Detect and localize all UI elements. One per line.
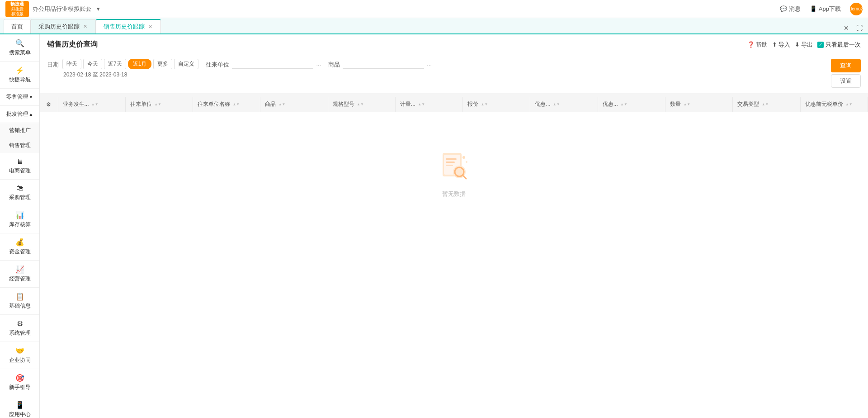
partner-dots[interactable]: ...: [316, 61, 321, 67]
ecommerce-icon: 🖥: [16, 157, 24, 166]
inventory-icon: 📊: [15, 211, 24, 219]
date-range-text: 2023-02-18 至 2023-03-18: [62, 71, 198, 79]
sidebar-label-sales-mgmt: 销售管理: [9, 142, 31, 148]
sidebar-label-wholesale: 批发管理: [6, 110, 28, 118]
goods-dots[interactable]: ...: [427, 61, 432, 67]
tabbar-actions: ✕ ⛶: [842, 23, 868, 33]
date-label: 日期: [47, 59, 59, 69]
sidebar-item-ecommerce[interactable]: 🖥 电商管理: [0, 153, 39, 180]
sidebar-item-basic-info[interactable]: 📋 基础信息: [0, 288, 39, 315]
tab-purchase-close[interactable]: ✕: [82, 23, 88, 30]
sidebar-item-new-user[interactable]: 🎯 新手引导: [0, 369, 39, 396]
page-title-row: 销售历史价查询 ❓ 帮助 ⬆ 导入 ⬇ 导出 ✓: [47, 40, 861, 54]
date-btn-more[interactable]: 更多: [153, 59, 172, 69]
empty-row: 暂无数据: [40, 112, 868, 235]
tab-purchase-label: 采购历史价跟踪: [38, 23, 80, 31]
svg-point-8: [462, 156, 465, 159]
message-button[interactable]: 💬 消息: [780, 5, 801, 13]
sidebar-item-quick-nav[interactable]: ⚡ 快捷导航: [0, 62, 39, 89]
sidebar-item-enterprise-coop[interactable]: 🤝 企业协同: [0, 342, 39, 369]
sidebar-item-inventory[interactable]: 📊 库存核算: [0, 206, 39, 233]
settings-button[interactable]: 设置: [831, 74, 861, 88]
help-icon: ❓: [747, 41, 755, 48]
date-btn-7days[interactable]: 近7天: [104, 59, 126, 69]
sidebar-label-quick-nav: 快捷导航: [9, 76, 31, 84]
sidebar-item-search[interactable]: 🔍 搜索菜单: [0, 34, 39, 62]
goods-input[interactable]: [343, 59, 424, 69]
app-download-button[interactable]: 📱 App下载: [810, 5, 841, 13]
col-price[interactable]: 报价 ▲▼: [463, 97, 530, 112]
filter-row: 日期 昨天 今天 近7天 近1月 更多 自定义 2023-02-18 至 202…: [40, 54, 868, 93]
only-last-checkbox-label[interactable]: ✓ 只看最后一次: [817, 41, 861, 49]
sidebar-item-operations[interactable]: 📈 经营管理: [0, 261, 39, 288]
date-btn-yesterday[interactable]: 昨天: [62, 59, 81, 69]
svg-rect-2: [446, 158, 457, 160]
sidebar-item-retail[interactable]: 零售管理 ▼: [0, 89, 39, 106]
col-settings[interactable]: ⚙: [40, 97, 58, 112]
tab-purchase-history[interactable]: 采购历史价跟踪 ✕: [31, 19, 96, 33]
col-unit[interactable]: 计量... ▲▼: [395, 97, 462, 112]
tab-home-label: 首页: [11, 23, 23, 31]
sidebar-item-system[interactable]: ⚙ 系统管理: [0, 315, 39, 342]
sort-price: ▲▼: [481, 102, 488, 106]
sort-trade-type: ▲▼: [762, 102, 769, 106]
sidebar-item-purchase[interactable]: 🛍 采购管理: [0, 180, 39, 206]
help-button[interactable]: ❓ 帮助: [747, 41, 768, 49]
col-discount1[interactable]: 优惠... ▲▼: [530, 97, 598, 112]
col-pretax-price[interactable]: 优惠前无税单价 ▲▼: [800, 97, 868, 112]
col-discount2[interactable]: 优惠... ▲▼: [598, 97, 665, 112]
date-btn-1month[interactable]: 近1月: [128, 59, 152, 69]
logo: 畅捷通 好生意 标准版: [5, 1, 29, 17]
maximize-button[interactable]: ⛶: [854, 23, 864, 33]
date-btn-today[interactable]: 今天: [83, 59, 102, 69]
svg-point-9: [466, 161, 467, 163]
sidebar-item-wholesale[interactable]: 批发管理 ▲: [0, 106, 39, 123]
date-buttons: 昨天 今天 近7天 近1月 更多 自定义: [62, 59, 198, 69]
app-title-dropdown[interactable]: ▾: [97, 5, 100, 12]
date-btn-custom[interactable]: 自定义: [174, 59, 198, 69]
sort-discount2: ▲▼: [620, 102, 627, 106]
only-last-checkbox[interactable]: ✓: [817, 42, 824, 48]
svg-rect-3: [446, 162, 455, 163]
user-profile[interactable]: demo2: [850, 3, 863, 15]
partner-input[interactable]: [232, 59, 313, 69]
export-button[interactable]: ⬇ 导出: [795, 41, 813, 49]
goods-filter-group: 商品 ...: [328, 59, 432, 69]
sidebar-item-finance[interactable]: 💰 资金管理: [0, 233, 39, 261]
date-filter-group: 日期 昨天 今天 近7天 近1月 更多 自定义 2023-02-18 至 202…: [47, 59, 198, 79]
system-icon: ⚙: [17, 319, 23, 328]
table-container: ⚙ 业务发生... ▲▼ 往来单位 ▲▼ 往来单位名称 ▲▼: [40, 97, 868, 418]
tab-sales-history[interactable]: 销售历史价跟踪 ✕: [96, 19, 161, 33]
col-partner-code[interactable]: 往来单位 ▲▼: [125, 97, 193, 112]
import-button[interactable]: ⬆ 导入: [772, 41, 790, 49]
sidebar-label-search: 搜索菜单: [9, 49, 31, 57]
close-tab-button[interactable]: ✕: [842, 23, 851, 33]
finance-icon: 💰: [15, 238, 24, 247]
sort-goods: ▲▼: [278, 102, 286, 106]
col-partner-name[interactable]: 往来单位名称 ▲▼: [193, 97, 260, 112]
coop-icon: 🤝: [15, 347, 24, 355]
col-goods[interactable]: 商品 ▲▼: [260, 97, 328, 112]
tab-home[interactable]: 首页: [4, 19, 31, 33]
col-biz-date[interactable]: 业务发生... ▲▼: [58, 97, 125, 112]
partner-filter-group: 往来单位 ...: [206, 59, 321, 69]
col-spec[interactable]: 规格型号 ▲▼: [328, 97, 395, 112]
sidebar-item-app-center[interactable]: 📱 应用中心: [0, 396, 39, 418]
operations-icon: 📈: [15, 265, 24, 274]
sidebar-item-sales-mgmt[interactable]: 销售管理: [0, 138, 39, 153]
query-button[interactable]: 查询: [831, 59, 861, 72]
sidebar-label-system: 系统管理: [9, 329, 31, 337]
empty-text: 暂无数据: [442, 190, 466, 198]
sort-discount1: ▲▼: [553, 102, 560, 106]
tab-sales-label: 销售历史价跟踪: [104, 23, 145, 31]
sidebar-label-finance: 资金管理: [9, 248, 31, 256]
col-trade-type[interactable]: 交易类型 ▲▼: [733, 97, 800, 112]
sidebar-label-new-user: 新手引导: [9, 384, 31, 391]
col-quantity[interactable]: 数量 ▲▼: [665, 97, 733, 112]
tab-sales-close[interactable]: ✕: [147, 24, 153, 30]
app-title: 办公用品行业模拟账套: [33, 5, 91, 13]
partner-label: 往来单位: [206, 59, 229, 69]
page-title: 销售历史价查询: [47, 40, 98, 49]
sidebar-label-basic-info: 基础信息: [9, 302, 31, 310]
sidebar-item-marketing[interactable]: 营销推广: [0, 123, 39, 138]
